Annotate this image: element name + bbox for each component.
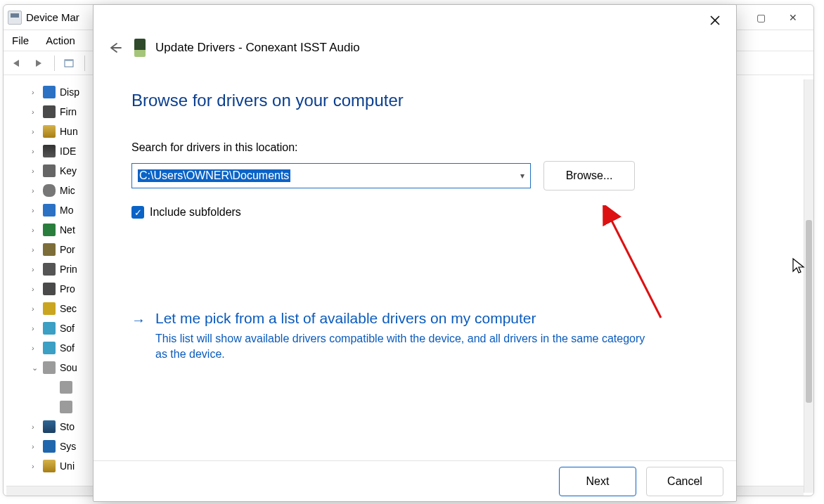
- pick-link-title: Let me pick from a list of available dri…: [155, 310, 655, 327]
- ide-icon: [43, 145, 56, 157]
- caret-right-icon: ›: [32, 324, 39, 332]
- arrow-right-icon: →: [131, 310, 146, 363]
- cancel-button[interactable]: Cancel: [646, 467, 723, 496]
- tree-label: Hun: [60, 126, 78, 137]
- tree-label: Sys: [60, 441, 76, 452]
- caret-right-icon: ›: [32, 88, 39, 96]
- menu-action[interactable]: Action: [46, 34, 75, 46]
- close-icon: ✕: [789, 12, 797, 23]
- pick-link-text: Let me pick from a list of available dri…: [155, 310, 655, 363]
- pick-from-list-link[interactable]: → Let me pick from a list of available d…: [131, 310, 698, 363]
- back-button[interactable]: [106, 39, 124, 57]
- dialog-header: Update Drivers - Conexant ISST Audio: [94, 36, 736, 70]
- system-icon: [43, 440, 56, 453]
- toolbar-divider: [84, 56, 85, 71]
- mouse-icon: [43, 184, 56, 197]
- nav-back-button[interactable]: [8, 54, 26, 72]
- speaker-icon: [60, 401, 72, 413]
- next-button[interactable]: Next: [559, 467, 636, 496]
- menu-file[interactable]: File: [12, 34, 29, 46]
- tree-label: Key: [60, 165, 77, 176]
- caret-right-icon: ›: [32, 186, 39, 195]
- security-icon: [43, 302, 56, 315]
- tree-label: Uni: [60, 460, 75, 472]
- tree-label: Net: [60, 224, 75, 235]
- caret-right-icon: ›: [32, 245, 39, 254]
- hid-icon: [43, 125, 56, 138]
- tree-label: Sof: [60, 323, 75, 334]
- dialog-titlebar: [94, 5, 736, 36]
- display-icon: [43, 86, 56, 98]
- caret-right-icon: ›: [32, 206, 39, 214]
- dialog-body: Browse for drivers on your computer Sear…: [94, 70, 736, 460]
- tree-label: Mic: [60, 185, 75, 196]
- caret-right-icon: ›: [32, 462, 39, 470]
- port-icon: [43, 243, 56, 256]
- vertical-scrollbar[interactable]: [804, 79, 813, 493]
- chevron-down-icon: ▾: [520, 171, 524, 181]
- caret-right-icon: ›: [32, 442, 39, 451]
- include-subfolders-label: Include subfolders: [150, 206, 241, 219]
- tree-label: Sou: [60, 362, 77, 373]
- caret-right-icon: ›: [32, 304, 39, 313]
- dm-app-icon: [8, 11, 22, 25]
- maximize-icon: ▢: [757, 12, 766, 23]
- caret-right-icon: ›: [32, 127, 39, 136]
- arrow-left-icon: [108, 42, 122, 53]
- caret-right-icon: ›: [32, 108, 39, 116]
- include-subfolders-checkbox[interactable]: ✓: [131, 206, 144, 219]
- tree-label: Prin: [60, 264, 77, 275]
- caret-down-icon: ⌄: [32, 363, 39, 373]
- tree-label: Sof: [60, 342, 75, 354]
- caret-right-icon: ›: [32, 226, 39, 234]
- update-drivers-dialog: Update Drivers - Conexant ISST Audio Bro…: [93, 4, 737, 502]
- caret-right-icon: ›: [32, 167, 39, 175]
- dialog-title: Update Drivers - Conexant ISST Audio: [155, 41, 360, 55]
- include-subfolders-row[interactable]: ✓ Include subfolders: [131, 206, 698, 219]
- software-icon: [43, 342, 56, 354]
- keyboard-icon: [43, 164, 56, 177]
- tree-label: Firn: [60, 106, 77, 117]
- search-location-label: Search for drivers in this location:: [131, 141, 698, 154]
- path-row: C:\Users\OWNER\Documents ▾ Browse...: [131, 161, 698, 190]
- toolbar-divider: [54, 56, 55, 71]
- page-headline: Browse for drivers on your computer: [131, 91, 698, 110]
- browse-button-label: Browse...: [566, 169, 613, 182]
- usb-icon: [43, 460, 56, 472]
- software-icon: [43, 322, 56, 335]
- caret-right-icon: ›: [32, 422, 39, 431]
- scrollbar-thumb[interactable]: [806, 220, 812, 403]
- cancel-button-label: Cancel: [667, 475, 702, 488]
- toolbar-refresh-button[interactable]: [60, 54, 79, 72]
- dialog-footer: Next Cancel: [94, 460, 736, 501]
- tree-label: Pro: [60, 283, 75, 295]
- dialog-close-button[interactable]: [701, 8, 729, 32]
- window-close-button[interactable]: ✕: [777, 7, 809, 28]
- driver-path-combobox[interactable]: C:\Users\OWNER\Documents ▾: [131, 163, 531, 188]
- tree-label: Mo: [60, 205, 73, 216]
- pick-link-desc: This list will show available drivers co…: [155, 331, 655, 363]
- tree-label: IDE: [60, 146, 76, 157]
- caret-right-icon: ›: [32, 147, 39, 155]
- storage-icon: [43, 420, 56, 433]
- browse-button[interactable]: Browse...: [543, 161, 635, 190]
- caret-right-icon: ›: [32, 344, 39, 352]
- caret-right-icon: ›: [32, 285, 39, 293]
- speaker-icon: [60, 381, 72, 394]
- printer-icon: [43, 263, 56, 276]
- tree-label: Sec: [60, 303, 77, 314]
- nav-forward-button[interactable]: [30, 54, 49, 72]
- next-button-label: Next: [586, 475, 610, 488]
- sound-icon: [43, 361, 56, 374]
- monitor-icon: [43, 204, 56, 217]
- tree-label: Sto: [60, 421, 75, 432]
- firmware-icon: [43, 105, 56, 118]
- network-icon: [43, 224, 56, 236]
- processor-icon: [43, 283, 56, 295]
- maximize-button[interactable]: ▢: [745, 7, 777, 28]
- close-icon: [709, 15, 721, 26]
- device-icon: [134, 39, 146, 57]
- tree-label: Disp: [60, 86, 79, 98]
- driver-path-value: C:\Users\OWNER\Documents: [138, 169, 290, 182]
- caret-right-icon: ›: [32, 265, 39, 273]
